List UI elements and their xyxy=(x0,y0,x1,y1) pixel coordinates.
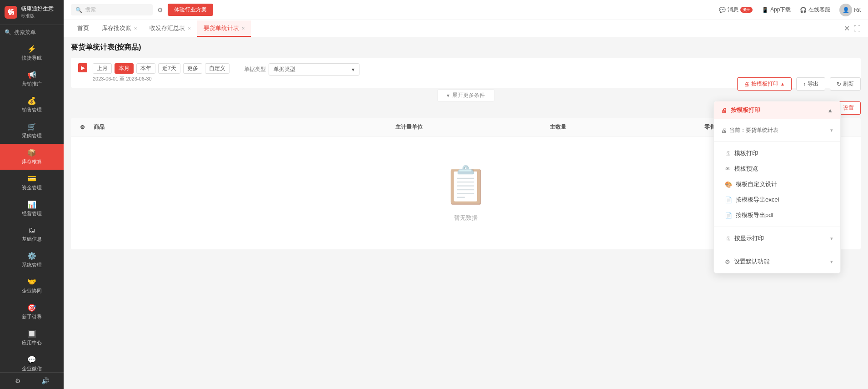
empty-text: 暂无数据 xyxy=(454,214,478,222)
date-option-上月[interactable]: 上月 xyxy=(93,63,112,74)
template-design-icon: 🎨 xyxy=(725,181,732,188)
sidebar-item-wechat[interactable]: 💬 企业微信 xyxy=(0,351,64,372)
refresh-button[interactable]: ↻ 刷新 xyxy=(830,77,861,91)
dropdown-header: 🖨 按模板打印 ▲ xyxy=(714,101,840,119)
expand-icon: ▾ xyxy=(830,236,833,242)
dropdown-current-item[interactable]: 🖨 当前：要货单统计表 ▾ xyxy=(714,123,840,138)
user-avatar[interactable]: 👤 Rit xyxy=(839,4,861,16)
system-icon: ⚙️ xyxy=(27,252,36,260)
chevron-up-icon[interactable]: ▲ xyxy=(827,107,833,114)
tab-inventory-batch[interactable]: 库存批次账× xyxy=(95,20,143,37)
sidebar: 畅 畅康通好生意 标准版 🔍 搜索菜单 ⚡ 快捷导航 📢 营销推广 💰 销售管理… xyxy=(0,0,64,389)
online-service-button[interactable]: 🎧 在线客服 xyxy=(800,6,830,14)
sidebar-item-label: 营销推广 xyxy=(22,81,42,87)
sidebar-item-collab[interactable]: 🤝 企业协同 xyxy=(0,273,64,299)
sidebar-item-label: 快捷导航 xyxy=(22,55,42,61)
dropdown-item-template-design[interactable]: 🎨 模板自定义设计 xyxy=(714,177,840,192)
sidebar-item-label: 采购管理 xyxy=(22,132,42,139)
sidebar-item-system[interactable]: ⚙️ 系统管理 xyxy=(0,247,64,273)
display-print-icon: 🖨 xyxy=(725,235,731,242)
dropdown-item-template-print[interactable]: 🖨 模板打印 xyxy=(714,146,840,161)
dropdown-item-template-export-pdf[interactable]: 📄 按模板导出pdf xyxy=(714,207,840,223)
chevron-right-icon: ▾ xyxy=(830,127,833,133)
dropdown-item-template-preview[interactable]: 👁 模板预览 xyxy=(714,161,840,177)
table-qty-header: 主数量 xyxy=(546,123,701,131)
tab-receipt-summary[interactable]: 收发存汇总表× xyxy=(143,20,197,37)
page-content: 要货单统计表(按商品) ▶ 上月本月本年近7天更多自定义 2023-06-01 … xyxy=(64,37,868,389)
inventory-icon: 📦 xyxy=(27,148,36,157)
date-option-本年[interactable]: 本年 xyxy=(136,63,155,74)
sound-icon[interactable]: 🔊 xyxy=(41,377,49,384)
export-button[interactable]: ↑ 导出 xyxy=(796,77,825,91)
template-preview-icon: 👁 xyxy=(725,166,731,172)
sidebar-item-operation[interactable]: 📊 经营管理 xyxy=(0,196,64,222)
table-unit-header: 主计量单位 xyxy=(392,123,546,131)
date-range-display: 2023-06-01 至 2023-06-30 xyxy=(93,76,229,82)
sidebar-item-label: 资金管理 xyxy=(22,184,42,191)
date-option-自定义[interactable]: 自定义 xyxy=(205,63,229,74)
message-badge: 99+ xyxy=(740,7,753,13)
tab-close-icon[interactable]: × xyxy=(242,25,244,31)
sidebar-item-newbie[interactable]: 🎯 新手引导 xyxy=(0,299,64,325)
sidebar-item-label: 企业微信 xyxy=(22,365,42,372)
settings-icon[interactable]: ⚙ xyxy=(15,377,21,384)
order-type-select[interactable]: 单据类型 ▾ xyxy=(269,63,359,76)
close-tab-button[interactable]: ✕ xyxy=(844,24,850,33)
dropdown-item-template-export-excel[interactable]: 📄 按模板导出excel xyxy=(714,192,840,207)
sales-icon: 💰 xyxy=(27,96,36,105)
template-export-excel-icon: 📄 xyxy=(725,197,732,203)
search-icon: 🔍 xyxy=(5,29,11,35)
chevron-up-icon: ▲ xyxy=(780,81,785,86)
sidebar-search[interactable]: 🔍 搜索菜单 xyxy=(0,25,64,40)
trial-button[interactable]: 体验行业方案 xyxy=(168,4,213,16)
export-icon: ↑ xyxy=(803,81,806,87)
topbar-search[interactable]: 🔍 搜索 xyxy=(71,4,153,15)
sidebar-item-quick-nav[interactable]: ⚡ 快捷导航 xyxy=(0,40,64,66)
template-print-icon: 🖨 xyxy=(725,150,731,157)
order-type-filter: 单据类型 单据类型 ▾ xyxy=(244,63,359,76)
sidebar-item-appstore[interactable]: 🔲 应用中心 xyxy=(0,325,64,351)
filter-toggle-button[interactable]: ▶ xyxy=(78,63,87,72)
tab-order-stats[interactable]: 要货单统计表× xyxy=(197,20,251,37)
page-title: 要货单统计表(按商品) xyxy=(71,43,861,52)
headset-icon: 🎧 xyxy=(800,7,807,13)
dropdown-default-section: ⚙ 设置默认功能 ▾ xyxy=(714,250,840,273)
tab-home[interactable]: 首页 xyxy=(71,20,95,37)
sidebar-item-finance[interactable]: 💳 资金管理 xyxy=(0,170,64,196)
avatar: 👤 xyxy=(839,4,852,16)
date-option-本月[interactable]: 本月 xyxy=(115,63,134,74)
set-default-item[interactable]: ⚙ 设置默认功能 ▾ xyxy=(714,254,840,269)
sidebar-item-label: 系统管理 xyxy=(22,262,42,268)
page-action-buttons: 🖨 按模板打印 ▲ ↑ 导出 ↻ 刷新 xyxy=(737,77,861,91)
sidebar-nav: ⚡ 快捷导航 📢 营销推广 💰 销售管理 🛒 采购管理 📦 库存核算 💳 资金管… xyxy=(0,40,64,372)
tab-close-icon[interactable]: × xyxy=(134,25,137,31)
gear-icon[interactable]: ⚙ xyxy=(157,6,163,14)
expand-tab-button[interactable]: ⛶ xyxy=(853,24,861,33)
sidebar-item-sales[interactable]: 💰 销售管理 xyxy=(0,92,64,118)
tab-close-icon[interactable]: × xyxy=(188,25,190,31)
sidebar-item-purchase[interactable]: 🛒 采购管理 xyxy=(0,118,64,144)
expand-icon: ▾ xyxy=(447,92,449,99)
print-template-button[interactable]: 🖨 按模板打印 ▲ xyxy=(737,77,792,91)
app-download-button[interactable]: 📱 App下载 xyxy=(762,6,791,14)
search-placeholder: 搜索 xyxy=(85,6,96,14)
sidebar-item-basic[interactable]: 🗂 基础信息 xyxy=(0,222,64,247)
date-option-近7天[interactable]: 近7天 xyxy=(158,63,180,74)
topbar-right: 💬 消息 99+ 📱 App下载 🎧 在线客服 👤 Rit xyxy=(719,4,861,16)
sidebar-item-marketing[interactable]: 📢 营销推广 xyxy=(0,66,64,92)
sidebar-item-label: 库存核算 xyxy=(22,158,42,165)
date-buttons-row: 上月本月本年近7天更多自定义 xyxy=(93,63,229,74)
refresh-icon: ↻ xyxy=(837,81,841,87)
dropdown-current-section: 🖨 当前：要货单统计表 ▾ xyxy=(714,119,840,142)
wechat-icon: 💬 xyxy=(27,355,36,364)
expand-conditions-button[interactable]: ▾ 展开更多条件 xyxy=(437,89,494,101)
sidebar-item-inventory[interactable]: 📦 库存核算 xyxy=(0,144,64,170)
display-print-item[interactable]: 🖨 按显示打印 ▾ xyxy=(714,231,840,246)
table-gear-header[interactable]: ⚙ xyxy=(76,124,90,131)
expand-bar: ▾ 展开更多条件 xyxy=(437,89,494,101)
operation-icon: 📊 xyxy=(27,200,36,209)
default-icon: ⚙ xyxy=(725,258,730,265)
message-button[interactable]: 💬 消息 99+ xyxy=(719,6,753,14)
sidebar-item-label: 销售管理 xyxy=(22,106,42,113)
date-option-更多[interactable]: 更多 xyxy=(183,63,202,74)
